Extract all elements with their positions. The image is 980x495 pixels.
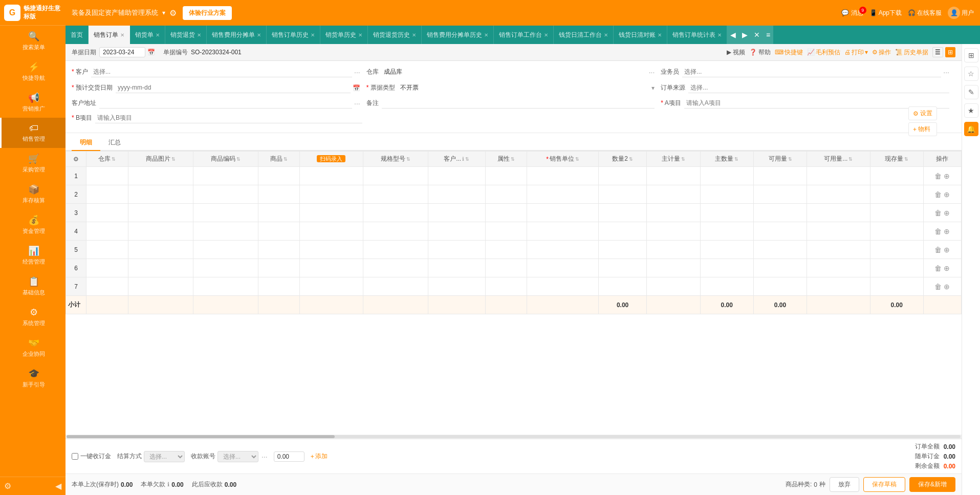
tab-销售费用分摊单[interactable]: 销售费用分摊单✕ xyxy=(207,26,267,44)
tab-销售订单工作台[interactable]: 销售订单工作台✕ xyxy=(494,26,554,44)
delete-icon[interactable]: 🗑 xyxy=(934,172,942,180)
tab-销货退货历史[interactable]: 销货退货历史✕ xyxy=(368,26,422,44)
col-header-product_name[interactable]: 商品⇅ xyxy=(258,152,300,167)
col-header-spec[interactable]: 规格型号⇅ xyxy=(363,152,428,167)
payment-method-select[interactable]: 选择... xyxy=(144,451,185,462)
date-input[interactable] xyxy=(99,47,145,57)
sidebar-item-inventory[interactable]: 📦库存核算 xyxy=(0,179,66,209)
scroll-area[interactable] xyxy=(66,435,962,439)
tab-prev-btn[interactable]: ◀ xyxy=(727,26,739,44)
col-header-available2[interactable]: 可用量...⇅ xyxy=(807,152,870,167)
save-draft-button[interactable]: 保存草稿 xyxy=(863,477,905,492)
invoice-dropdown-icon[interactable]: ▾ xyxy=(651,84,655,92)
add-goods-btn[interactable]: + 物料 xyxy=(908,122,937,136)
tab-close-icon[interactable]: ✕ xyxy=(412,32,416,38)
tab-next-btn[interactable]: ▶ xyxy=(739,26,751,44)
save-new-button[interactable]: 保存&新增 xyxy=(909,477,955,492)
settings-gear-icon[interactable]: ⚙ xyxy=(169,8,177,18)
customer-input[interactable] xyxy=(91,67,352,77)
delete-icon[interactable]: 🗑 xyxy=(934,264,942,272)
tab-钱货日清对账[interactable]: 钱货日清对账✕ xyxy=(614,26,667,44)
right-edit-btn[interactable]: ✎ xyxy=(964,85,978,99)
warehouse-more-icon[interactable]: ··· xyxy=(649,68,655,76)
delivery-input[interactable] xyxy=(116,82,351,93)
col-header-quantity2[interactable]: 数量2⇅ xyxy=(598,152,646,167)
info-icon[interactable]: ℹ xyxy=(462,156,464,162)
copy-icon[interactable]: ⊕ xyxy=(944,264,950,272)
col-header-attributes[interactable]: 属性⇅ xyxy=(485,152,527,167)
right-bookmark-btn[interactable]: ☆ xyxy=(964,67,978,81)
tab-销货退货[interactable]: 销货退货✕ xyxy=(165,26,207,44)
operation-btn[interactable]: ⚙ 操作 xyxy=(872,48,891,57)
sidebar-item-purchase[interactable]: 🛒采购管理 xyxy=(0,148,66,179)
tab-close-icon[interactable]: ✕ xyxy=(156,32,160,38)
tab-销售订单[interactable]: 销售订单✕ xyxy=(89,26,130,44)
copy-icon[interactable]: ⊕ xyxy=(944,227,950,235)
view-btn[interactable]: ▶ 视频 xyxy=(727,48,745,57)
system-dropdown-icon[interactable]: ▾ xyxy=(162,9,165,16)
col-header-main_unit[interactable]: 主计量⇅ xyxy=(647,152,700,167)
delete-icon[interactable]: 🗑 xyxy=(934,283,942,291)
tab-销货单[interactable]: 销货单✕ xyxy=(130,26,165,44)
tab-close-icon[interactable]: ✕ xyxy=(544,32,548,38)
sidebar-item-quick-nav[interactable]: ⚡快捷导航 xyxy=(0,56,66,87)
content-tab-汇总[interactable]: 汇总 xyxy=(100,135,129,151)
notes-input[interactable] xyxy=(382,98,655,109)
sidebar-item-search[interactable]: 🔍搜索菜单 xyxy=(0,26,66,56)
col-header-available[interactable]: 可用量⇅ xyxy=(753,152,807,167)
right-alert-btn[interactable]: 🔔 xyxy=(964,122,978,136)
copy-icon[interactable]: ⊕ xyxy=(944,190,950,199)
user-btn[interactable]: 👤 用户 xyxy=(948,7,974,19)
col-header-product_image[interactable]: 商品图片⇅ xyxy=(128,152,193,167)
sidebar-item-base-info[interactable]: 📋基础信息 xyxy=(0,271,66,302)
history-btn[interactable]: 📜 历史单据 xyxy=(895,48,928,57)
scrollbar-thumb[interactable] xyxy=(67,435,335,438)
print-btn[interactable]: 🖨 打印 ▾ xyxy=(844,48,868,57)
delete-icon[interactable]: 🗑 xyxy=(934,246,942,254)
one-click-checkbox-label[interactable]: 一键收订金 xyxy=(72,452,111,461)
tab-close-icon[interactable]: ✕ xyxy=(257,32,261,38)
one-click-checkbox[interactable] xyxy=(72,453,78,460)
help-btn[interactable]: ❓ 帮助 xyxy=(749,48,771,57)
shortcut-btn[interactable]: ⌨ 快捷键 xyxy=(775,48,803,57)
col-header-main_qty[interactable]: 主数量⇅ xyxy=(700,152,753,167)
messages-badge[interactable]: 💬 消息 9 xyxy=(841,9,863,17)
online-service-btn[interactable]: 🎧 在线客服 xyxy=(908,9,942,17)
tab-销货单历史[interactable]: 销货单历史✕ xyxy=(320,26,368,44)
sidebar-item-operations[interactable]: 📊经营管理 xyxy=(0,240,66,271)
profit-btn[interactable]: 📈 毛利预估 xyxy=(807,48,840,57)
sidebar-item-enterprise[interactable]: 🤝企业协同 xyxy=(0,332,66,363)
col-header-product_code[interactable]: 商品编码⇅ xyxy=(193,152,258,167)
bank-more-icon[interactable]: ··· xyxy=(262,453,268,461)
tab-销售订单历史[interactable]: 销售订单历史✕ xyxy=(267,26,320,44)
agent-more-icon[interactable]: ··· xyxy=(943,68,949,76)
copy-icon[interactable]: ⊕ xyxy=(944,209,950,217)
right-star-btn[interactable]: ★ xyxy=(964,103,978,118)
col-header-warehouse[interactable]: 仓库⇅ xyxy=(86,152,128,167)
tab-销售订单统计表[interactable]: 销售订单统计表✕ xyxy=(667,26,727,44)
table-area[interactable]: ⚙仓库⇅商品图片⇅商品编码⇅商品⇅扫码录入规格型号⇅客户...ℹ⇅属性⇅*销售单… xyxy=(66,151,962,435)
sidebar-item-marketing[interactable]: 📢营销推广 xyxy=(0,87,66,118)
tab-close-icon[interactable]: ✕ xyxy=(311,32,315,38)
copy-icon[interactable]: ⊕ xyxy=(944,246,950,254)
tab-close-all-btn[interactable]: ✕ xyxy=(751,26,763,44)
copy-icon[interactable]: ⊕ xyxy=(944,283,950,291)
add-btn[interactable]: + 添加 xyxy=(311,452,328,461)
calendar-icon[interactable]: 📅 xyxy=(147,49,155,56)
b-project-input[interactable] xyxy=(95,113,362,123)
tab-close-icon[interactable]: ✕ xyxy=(717,32,722,38)
scan-btn[interactable]: 扫码录入 xyxy=(317,155,345,162)
right-expand-btn[interactable]: ⊞ xyxy=(964,48,978,62)
grid-view-btn[interactable]: ⊞ xyxy=(945,47,955,57)
sidebar-item-system[interactable]: ⚙系统管理 xyxy=(0,302,66,332)
col-header-sales_unit[interactable]: *销售单位⇅ xyxy=(527,152,599,167)
content-tab-明细[interactable]: 明细 xyxy=(72,135,100,151)
debit-info-icon[interactable]: ℹ xyxy=(167,481,169,488)
tab-close-icon[interactable]: ✕ xyxy=(197,32,201,38)
address-more-icon[interactable]: ··· xyxy=(354,99,360,107)
delivery-calendar-icon[interactable]: 📅 xyxy=(353,84,360,92)
bank-account-select[interactable]: 选择... xyxy=(217,451,258,462)
settings-icon[interactable]: ⚙ xyxy=(4,481,11,491)
setup-btn[interactable]: ⚙ 设置 xyxy=(908,106,937,120)
tab-close-icon[interactable]: ✕ xyxy=(604,32,608,38)
